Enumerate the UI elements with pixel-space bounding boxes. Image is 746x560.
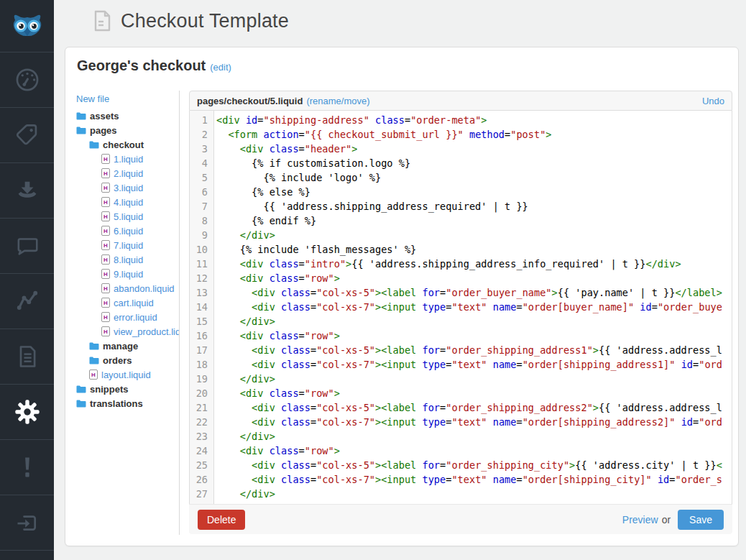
or-label: or — [662, 514, 671, 525]
line-content: <div class="row"> — [213, 271, 340, 285]
tree-item-label: assets — [90, 111, 119, 121]
code-area[interactable]: 1<div id="shipping-address" class="order… — [189, 111, 732, 504]
tree-file-1.liquid[interactable]: H1.liquid — [76, 152, 179, 166]
tree-item-label: 9.liquid — [114, 269, 143, 280]
tree-folder-orders[interactable]: orders — [76, 353, 179, 367]
sidebar-item-signout[interactable] — [0, 495, 54, 551]
folder-icon — [89, 341, 99, 350]
code-line-10: 10 {% include 'flash_messages' %} — [190, 242, 732, 257]
tree-folder-snippets[interactable]: snippets — [76, 382, 179, 396]
code-line-18: 18 <div class="col-xs-7"><input type="te… — [190, 357, 732, 372]
undo-link[interactable]: Undo — [702, 96, 724, 106]
tree-file-abandon.liquid[interactable]: Habandon.liquid — [76, 281, 179, 295]
line-content: <div class="intro">{{ 'address.shipping_… — [213, 257, 681, 271]
code-line-16: 16 <div class="row"> — [190, 329, 732, 343]
graph-icon — [14, 288, 40, 314]
line-content: <div class="col-xs-5"><label for="order_… — [213, 285, 722, 300]
line-content: {% else %} — [213, 185, 310, 199]
tree-file-2.liquid[interactable]: H2.liquid — [76, 166, 179, 180]
tree-folder-assets[interactable]: assets — [76, 109, 179, 123]
code-line-12: 12 <div class="row"> — [190, 271, 732, 285]
line-number: 7 — [190, 199, 213, 214]
line-number: 12 — [190, 271, 213, 285]
code-line-20: 20 <div class="row"> — [190, 386, 732, 400]
tree-item-label: view_product.liquid — [114, 326, 179, 337]
line-content: <div class="col-xs-7"><input type="text"… — [213, 415, 722, 429]
line-number: 5 — [190, 170, 213, 185]
new-file-link[interactable]: New file — [76, 92, 179, 106]
tree-folder-manage[interactable]: manage — [76, 339, 179, 353]
liquid-file-icon: H — [101, 298, 110, 308]
line-content: <div class="col-xs-5"><label for="order_… — [213, 343, 722, 357]
tree-item-label: snippets — [90, 384, 128, 395]
liquid-file-icon: H — [101, 326, 110, 336]
line-number: 14 — [190, 300, 213, 314]
code-line-7: 7 {{ 'address.shipping_address_required'… — [190, 199, 732, 214]
folder-icon — [76, 111, 86, 120]
line-content: <div class="row"> — [213, 501, 340, 504]
file-path: pages/checkout/5.liquid — [197, 96, 303, 106]
tree-file-8.liquid[interactable]: H8.liquid — [76, 252, 179, 267]
tree-file-3.liquid[interactable]: H3.liquid — [76, 180, 179, 195]
code-line-25: 25 <div class="col-xs-5"><label for="ord… — [190, 458, 732, 472]
sidebar-item-messages[interactable] — [0, 219, 54, 274]
line-number: 21 — [190, 400, 213, 415]
sidebar-item-documents[interactable] — [0, 329, 54, 385]
sidebar-item-downloads[interactable] — [0, 163, 54, 219]
tree-item-label: 7.liquid — [114, 240, 143, 251]
liquid-file-icon: H — [101, 312, 110, 322]
line-content: <div class="col-xs-5"><label for="order_… — [213, 458, 722, 472]
tree-folder-pages[interactable]: pages — [76, 123, 179, 137]
code-line-19: 19 </div> — [190, 372, 732, 386]
folder-icon — [76, 126, 86, 134]
edit-link[interactable]: (edit) — [210, 62, 231, 73]
code-line-1: 1<div id="shipping-address" class="order… — [190, 113, 732, 127]
line-content: <div class="row"> — [213, 444, 340, 458]
code-line-26: 26 <div class="col-xs-7"><input type="te… — [190, 472, 732, 487]
save-button[interactable]: Save — [678, 510, 724, 530]
code-line-11: 11 <div class="intro">{{ 'address.shippi… — [190, 257, 732, 271]
tree-file-6.liquid[interactable]: H6.liquid — [76, 224, 179, 238]
delete-button[interactable]: Delete — [198, 510, 245, 530]
liquid-file-icon: H — [101, 226, 110, 236]
sidebar-item-alerts[interactable] — [0, 440, 54, 495]
tree-file-layout.liquid[interactable]: Hlayout.liquid — [76, 367, 179, 382]
code-line-21: 21 <div class="col-xs-5"><label for="ord… — [190, 400, 732, 415]
tree-item-label: cart.liquid — [114, 298, 154, 308]
rename-move-link[interactable]: (rename/move) — [306, 96, 369, 106]
sidebar-item-analytics[interactable] — [0, 274, 54, 329]
tree-file-4.liquid[interactable]: H4.liquid — [76, 195, 179, 209]
code-line-22: 22 <div class="col-xs-7"><input type="te… — [190, 415, 732, 429]
tree-folder-translations[interactable]: translations — [76, 396, 179, 410]
line-content: </div> — [213, 429, 275, 444]
liquid-file-icon: H — [101, 254, 110, 265]
preview-link[interactable]: Preview — [622, 514, 658, 525]
folder-icon — [89, 140, 99, 149]
line-content: <div class="row"> — [213, 386, 340, 400]
sidebar-item-products[interactable] — [0, 108, 54, 163]
line-content: <div class="col-xs-7"><input type="text"… — [213, 472, 722, 487]
folder-icon — [76, 399, 86, 408]
sidebar-item-settings[interactable] — [0, 385, 54, 440]
tree-folder-checkout[interactable]: checkout — [76, 137, 179, 152]
line-number: 24 — [190, 444, 213, 458]
sidebar-item-dashboard[interactable] — [0, 52, 54, 108]
tree-item-label: 2.liquid — [114, 168, 143, 179]
tree-item-label: 8.liquid — [114, 254, 143, 265]
tree-item-label: abandon.liquid — [114, 283, 175, 294]
page-title: Checkout Template — [121, 10, 289, 32]
file-tree: New file assetspagescheckoutH1.liquidH2.… — [76, 92, 179, 535]
tree-file-9.liquid[interactable]: H9.liquid — [76, 267, 179, 281]
tree-file-7.liquid[interactable]: H7.liquid — [76, 238, 179, 252]
tree-file-view_product.liquid[interactable]: Hview_product.liquid — [76, 324, 179, 339]
gauge-icon — [14, 67, 40, 93]
sidebar-item-logo[interactable] — [0, 0, 54, 52]
line-number: 8 — [190, 214, 213, 228]
code-line-9: 9 </div> — [190, 228, 732, 242]
tree-file-5.liquid[interactable]: H5.liquid — [76, 209, 179, 224]
tree-file-cart.liquid[interactable]: Hcart.liquid — [76, 295, 179, 310]
document-icon — [14, 344, 40, 369]
tree-file-error.liquid[interactable]: Herror.liquid — [76, 310, 179, 324]
line-number: 17 — [190, 343, 213, 357]
line-number: 13 — [190, 285, 213, 300]
